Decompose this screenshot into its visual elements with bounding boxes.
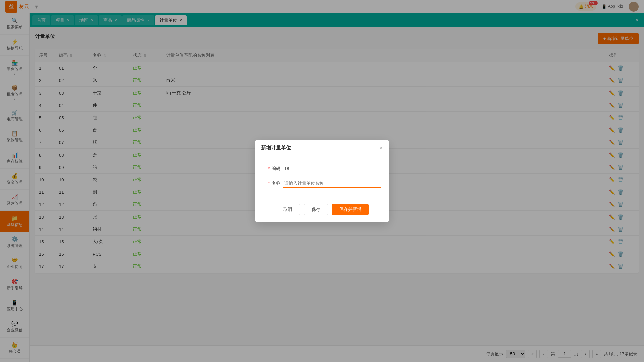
form-row-code: * 编码 — [263, 164, 381, 173]
modal-header: 新增计量单位 × — [255, 140, 389, 156]
required-mark-name: * — [268, 181, 270, 186]
cancel-button[interactable]: 取消 — [276, 204, 300, 215]
required-mark-code: * — [268, 166, 270, 171]
add-unit-modal: 新增计量单位 × * 编码 * 名称 取消 保存 保存并新增 — [255, 140, 389, 222]
form-row-name: * 名称 — [263, 179, 381, 188]
modal-overlay: 新增计量单位 × * 编码 * 名称 取消 保存 保存并新增 — [0, 0, 644, 362]
name-input[interactable] — [283, 179, 381, 188]
modal-body: * 编码 * 名称 — [255, 156, 389, 199]
save-and-new-button[interactable]: 保存并新增 — [332, 204, 369, 215]
save-button[interactable]: 保存 — [304, 204, 328, 215]
modal-title: 新增计量单位 — [261, 145, 291, 151]
modal-footer: 取消 保存 保存并新增 — [255, 199, 389, 222]
code-input[interactable] — [283, 164, 381, 173]
modal-close-button[interactable]: × — [379, 145, 383, 151]
form-code-label: * 编码 — [263, 166, 283, 172]
form-name-label: * 名称 — [263, 180, 283, 186]
